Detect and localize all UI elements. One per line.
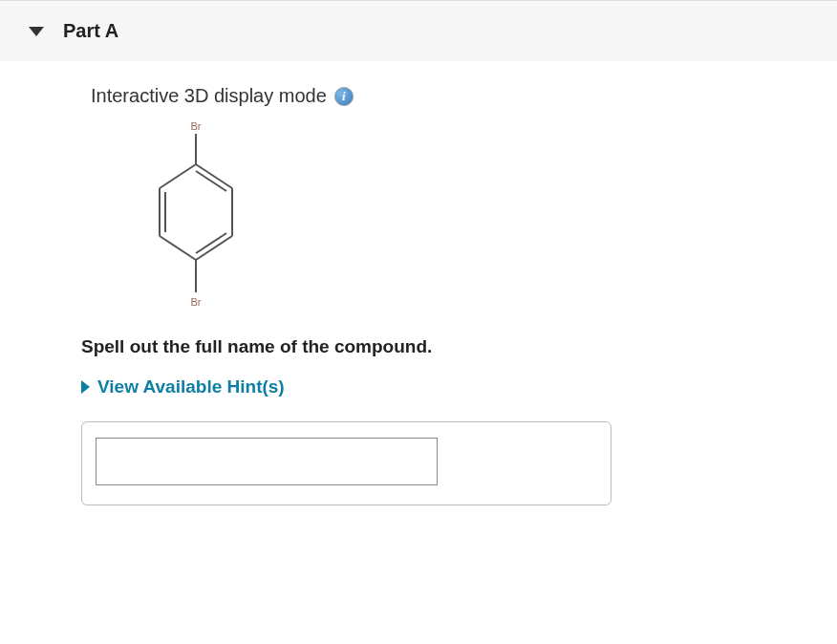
atom-label-bottom: Br	[191, 296, 202, 308]
atom-label-top: Br	[191, 120, 202, 132]
answer-container	[81, 421, 612, 505]
hints-label: View Available Hint(s)	[97, 376, 285, 397]
svg-line-10	[160, 164, 196, 188]
chevron-right-icon	[81, 380, 90, 394]
part-title: Part A	[63, 20, 118, 42]
chevron-down-icon	[29, 27, 44, 36]
info-icon[interactable]: i	[334, 87, 354, 106]
part-header[interactable]: Part A	[0, 0, 837, 61]
answer-input[interactable]	[96, 438, 438, 485]
display-mode-label: Interactive 3D display mode	[91, 85, 327, 107]
view-hints-button[interactable]: View Available Hint(s)	[81, 376, 746, 397]
svg-line-7	[160, 236, 196, 260]
question-prompt: Spell out the full name of the compound.	[81, 336, 746, 357]
molecule-structure[interactable]: Br Br	[129, 117, 263, 308]
display-mode-row: Interactive 3D display mode i	[91, 85, 746, 107]
part-content: Interactive 3D display mode i Br Br	[0, 61, 837, 534]
svg-line-5	[196, 236, 232, 260]
svg-line-2	[196, 164, 232, 188]
